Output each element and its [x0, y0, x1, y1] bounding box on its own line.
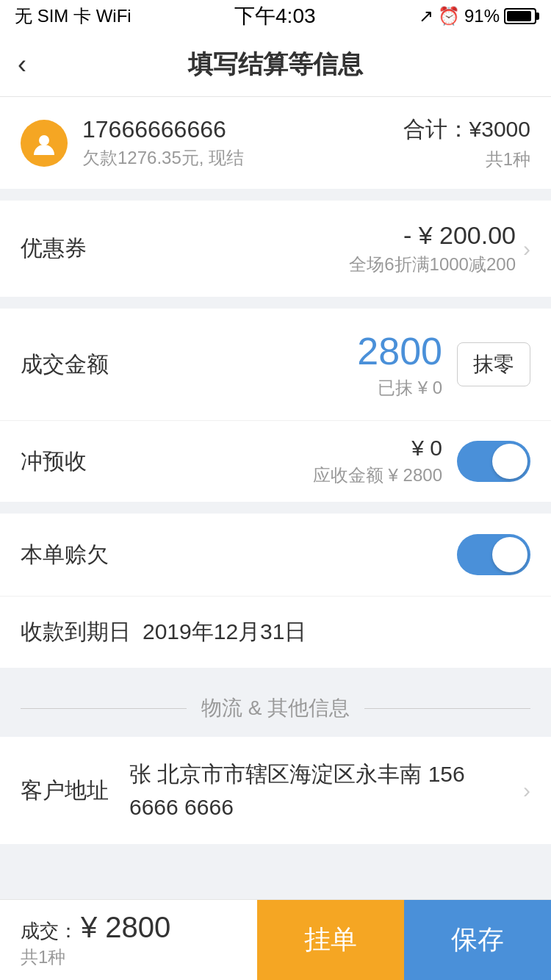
customer-card: 17666666666 欠款1276.35元, 现结 合计：¥3000 共1种	[0, 97, 551, 189]
chong-right: ¥ 0 应收金额 ¥ 2800	[87, 436, 442, 487]
deal-sub-label: 已抹 ¥ 0	[378, 376, 442, 400]
deal-amount-row: 成交金额 2800 已抹 ¥ 0 抹零	[0, 309, 551, 420]
svg-point-0	[39, 135, 49, 145]
battery-percent: 91%	[464, 6, 500, 26]
save-button[interactable]: 保存	[404, 900, 551, 981]
chong-toggle-knob	[492, 444, 527, 479]
address-chevron-icon: ›	[523, 778, 530, 803]
coupon-discount: - ¥ 200.00	[403, 221, 516, 250]
bottom-bar: 成交： ¥ 2800 共1种 挂单 保存	[0, 899, 551, 980]
deal-value-col: 2800 已抹 ¥ 0	[109, 329, 442, 400]
alarm-icon: ⏰	[438, 6, 460, 26]
status-bar: 无 SIM 卡 WiFi 下午4:03 ↗ ⏰ 91%	[0, 0, 551, 32]
customer-phone: 17666666666	[82, 116, 403, 143]
customer-note: 欠款1276.35元, 现结	[82, 146, 403, 170]
bensingle-toggle[interactable]	[457, 534, 530, 575]
bottom-info: 成交： ¥ 2800 共1种	[0, 911, 257, 969]
page-title: 填写结算等信息	[188, 48, 363, 82]
deal-amount-value: 2800	[357, 329, 442, 373]
address-row[interactable]: 客户地址 张 北京市市辖区海淀区永丰南 156 6666 6666 ›	[0, 737, 551, 844]
bottom-deal-label: 成交：	[21, 918, 78, 944]
total-amount: 合计：¥3000	[403, 115, 530, 145]
logistics-line-left	[21, 708, 187, 709]
chong-toggle[interactable]	[457, 441, 530, 482]
coupon-card[interactable]: 优惠券 - ¥ 200.00 全场6折满1000减200 ›	[0, 201, 551, 297]
deal-section: 成交金额 2800 已抹 ¥ 0 抹零 冲预收 ¥ 0 应收金额 ¥ 2800	[0, 309, 551, 502]
customer-total: 合计：¥3000 共1种	[403, 115, 530, 171]
chong-value: ¥ 0	[411, 436, 442, 461]
avatar	[21, 120, 68, 167]
deal-amount-label: 成交金额	[21, 350, 109, 380]
back-button[interactable]: ‹	[18, 49, 26, 80]
bensingle-row: 本单赊欠	[0, 514, 551, 596]
chevron-right-icon: ›	[523, 237, 530, 262]
address-value: 张 北京市市辖区海淀区永丰南 156 6666 6666	[129, 757, 516, 824]
coupon-desc: 全场6折满1000减200	[349, 253, 516, 276]
bottom-deal-amount: ¥ 2800	[81, 911, 170, 944]
round-zero-button[interactable]: 抹零	[457, 342, 530, 386]
location-icon: ↗	[419, 6, 433, 26]
status-left: 无 SIM 卡 WiFi	[15, 4, 132, 28]
chong-row: 冲预收 ¥ 0 应收金额 ¥ 2800	[0, 420, 551, 502]
date-label: 收款到期日	[21, 617, 131, 647]
customer-row: 17666666666 欠款1276.35元, 现结 合计：¥3000 共1种	[0, 97, 551, 189]
customer-info: 17666666666 欠款1276.35元, 现结	[82, 116, 403, 170]
date-value: 2019年12月31日	[143, 617, 306, 647]
logistics-line-right	[364, 708, 530, 709]
bensingle-toggle-knob	[492, 537, 527, 572]
nav-bar: ‹ 填写结算等信息	[0, 32, 551, 97]
logistics-text: 物流 & 其他信息	[187, 694, 364, 722]
address-card[interactable]: 客户地址 张 北京市市辖区海淀区永丰南 156 6666 6666 ›	[0, 737, 551, 844]
bensingle-label: 本单赊欠	[21, 540, 457, 570]
logistics-header: 物流 & 其他信息	[0, 680, 551, 737]
chong-label: 冲预收	[21, 447, 87, 477]
date-row: 收款到期日 2019年12月31日	[0, 596, 551, 668]
sim-label: 无 SIM 卡 WiFi	[15, 4, 132, 28]
coupon-label: 优惠券	[21, 234, 87, 264]
address-label: 客户地址	[21, 776, 109, 806]
total-count: 共1种	[403, 148, 530, 171]
bottom-deal-count: 共1种	[21, 945, 237, 969]
content: 17666666666 欠款1276.35元, 现结 合计：¥3000 共1种 …	[0, 97, 551, 980]
bensingle-card: 本单赊欠 收款到期日 2019年12月31日	[0, 514, 551, 668]
hang-button[interactable]: 挂单	[257, 900, 404, 981]
battery-fill	[507, 11, 531, 21]
coupon-row[interactable]: 优惠券 - ¥ 200.00 全场6折满1000减200 ›	[0, 201, 551, 297]
status-time: 下午4:03	[234, 2, 316, 30]
status-right: ↗ ⏰ 91%	[419, 6, 536, 26]
battery-icon	[504, 8, 536, 24]
chong-sub: 应收金额 ¥ 2800	[313, 464, 442, 487]
coupon-value-col: - ¥ 200.00 全场6折满1000减200	[87, 221, 516, 276]
